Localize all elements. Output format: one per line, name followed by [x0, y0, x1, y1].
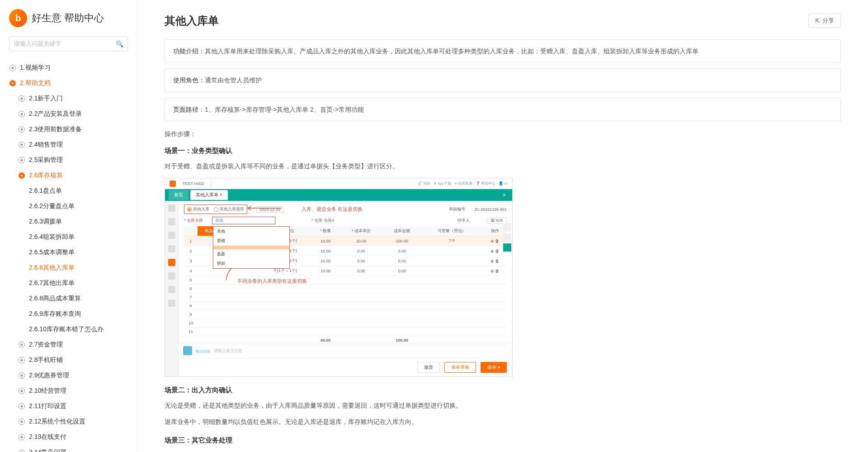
plus-icon: [18, 95, 25, 102]
nav-2-1[interactable]: 2.1新手入门: [9, 91, 128, 106]
plus-icon: [18, 403, 25, 410]
nav-2-4[interactable]: 2.4销售管理: [9, 137, 128, 152]
ss-tabbar: 首页 其他入库单 × ×: [165, 189, 512, 201]
nav-2-6[interactable]: 2.6库存核算: [9, 168, 128, 183]
nav-2-5[interactable]: 2.5采购管理: [9, 152, 128, 168]
scene3-text: 1、赠品入库的商品直接转为销售。通过工具栏【复制/复制为销货单】功能，将单据信息…: [165, 449, 841, 452]
role-box: 使用角色：通常由仓管人员维护: [165, 68, 841, 92]
nav-label: 2.4销售管理: [29, 141, 63, 149]
share-label: 分享: [822, 17, 834, 25]
share-icon: ⇱: [815, 18, 820, 24]
ss-sidenav-icon: [168, 259, 175, 266]
nav-label: 2.6.4组装拆卸单: [29, 233, 75, 241]
ss-tool-icon: [503, 243, 511, 252]
nav-2-6-9[interactable]: 2.6.9库存账本查询: [9, 306, 128, 322]
nav-label: 2.2产品安装及登录: [29, 110, 82, 118]
minus-icon: [9, 80, 16, 87]
scene2-text2: 退库业务中，明细数量均以负值红色展示。无论是入库还是退库，库存账均记在入库方向。: [165, 415, 841, 428]
nav-2-6-10[interactable]: 2.6.10库存账本错了怎么办: [9, 322, 128, 337]
path-label: 页面路径：: [173, 106, 205, 113]
nav-label: 2.6.7其他出库单: [29, 279, 75, 287]
ss-button-bar: 放弃 保存草稿 保存 ▾: [179, 358, 512, 376]
nav-2-3[interactable]: 2.3使用前数据准备: [9, 122, 128, 137]
scene2-title: 场景二：出入方向确认: [165, 386, 841, 395]
share-button[interactable]: ⇱ 分享: [808, 14, 841, 28]
ss-tool-icon: [503, 224, 511, 232]
plus-icon: [18, 433, 25, 441]
ss-footer: 备注信息 请输入备注信息 放弃 保存草稿 保存 ▾: [179, 343, 512, 376]
nav-2-13[interactable]: 2.13在线支付: [9, 429, 128, 445]
ss-annotation-2: 不同业务的入库类型在这里切换: [237, 278, 307, 285]
intro-label: 功能介绍：: [173, 48, 205, 55]
brand-header[interactable]: b 好生意 帮助中心: [9, 9, 128, 27]
plus-icon: [18, 141, 25, 148]
path-box: 页面路径：1、库存核算->库存管理->其他入库单 2、首页->常用功能: [165, 98, 841, 121]
nav-2-6-3[interactable]: 2.6.3调拨单: [9, 214, 128, 229]
ss-docno: JC-20191226-001: [474, 207, 507, 212]
ss-sidenav-icon: [168, 272, 175, 280]
ss-docno-label: 单据编号: [449, 206, 465, 212]
search-input[interactable]: [9, 36, 128, 51]
ss-logo-icon: [170, 181, 176, 187]
brand-title: 好生意 帮助中心: [32, 11, 104, 25]
nav-label: 2.6.2分量盘点单: [29, 202, 75, 210]
plus-icon: [18, 341, 25, 348]
path-text: 1、库存核算->库存管理->其他入库单 2、首页->常用功能: [205, 106, 364, 113]
nav-2-6-2[interactable]: 2.6.2分量盘点单: [9, 199, 128, 214]
plus-icon: [18, 449, 25, 452]
ss-annotation-1: 入库、退货业务 在这里切换: [302, 206, 363, 213]
plus-icon: [18, 157, 25, 164]
nav-2-6-5[interactable]: 2.6.5成本调整单: [9, 245, 128, 260]
nav-label: 2.6.1盘点单: [29, 187, 62, 195]
nav-label: 2.14常见问题: [29, 448, 66, 452]
ss-btn-draft: 保存草稿: [444, 362, 476, 373]
nav-2-6-7[interactable]: 2.6.7其他出库单: [9, 276, 128, 291]
nav-2-12[interactable]: 2.12系统个性化设置: [9, 414, 128, 429]
minus-icon: [18, 172, 25, 179]
nav-label: 2.6.8商品成本重算: [29, 295, 81, 303]
nav-2-10[interactable]: 2.10经营管理: [9, 383, 128, 399]
nav-label: 2.1新手入门: [29, 95, 63, 103]
nav-2-2[interactable]: 2.2产品安装及登录: [9, 106, 128, 122]
nav-2-9[interactable]: 2.9优惠券管理: [9, 368, 128, 383]
ss-memo-label: 备注信息: [196, 349, 210, 354]
page-title: 其他入库单: [165, 14, 219, 28]
nav-label: 2.3使用前数据准备: [29, 125, 82, 133]
ss-sidenav-icon: [168, 245, 175, 252]
nav-video-learning[interactable]: 1.视频学习: [9, 60, 128, 76]
ss-sidenav-icon: [168, 205, 175, 212]
nav-2-6-4[interactable]: 2.6.4组装拆卸单: [9, 229, 128, 245]
ss-biztype-dropdown: 其他 受赠 盘盈 拆卸: [213, 226, 290, 269]
nav-tree: 1.视频学习 2.帮助文档 2.1新手入门 2.2产品安装及登录 2.3使用前数…: [9, 60, 128, 452]
ss-close-icon: ×: [503, 192, 509, 198]
nav-2-7[interactable]: 2.7资金管理: [9, 337, 128, 352]
nav-label: 2.6.6其他入库单: [29, 264, 75, 272]
nav-2-8[interactable]: 2.8手机旺铺: [9, 352, 128, 368]
nav-label: 2.10经营管理: [29, 387, 66, 395]
ss-tab-active: 其他入库单 ×: [190, 190, 228, 200]
ss-type-selector: 其他入库 其他入库退库: [184, 205, 247, 214]
ss-memo-placeholder: 请输入备注信息: [214, 348, 242, 354]
nav-2-6-1[interactable]: 2.6.1盘点单: [9, 183, 128, 199]
nav-label: 2.9优惠券管理: [29, 371, 69, 380]
nav-2-6-8[interactable]: 2.6.8商品成本重算: [9, 291, 128, 306]
role-text: 通常由仓管人员维护: [205, 76, 262, 84]
nav-help-docs[interactable]: 2.帮助文档: [9, 76, 128, 91]
plus-icon: [9, 64, 16, 71]
nav-label: 2.6.5成本调整单: [29, 248, 75, 257]
role-label: 使用角色：: [173, 76, 205, 84]
intro-box: 功能介绍：其他入库单用来处理除采购入库、产成品入库之外的其他入库业务，因此其他入…: [165, 39, 841, 63]
ss-dd-item: 拆卸: [213, 259, 289, 268]
plus-icon: [18, 357, 25, 364]
nav-label: 1.视频学习: [20, 64, 51, 72]
main-content: 其他入库单 ⇱ 分享 功能介绍：其他入库单用来处理除采购入库、产成品入库之外的其…: [137, 0, 868, 452]
ss-tab-home: 首页: [169, 190, 189, 200]
ss-sidenav-icon: [168, 232, 175, 239]
nav-2-6-6[interactable]: 2.6.6其他入库单: [9, 260, 128, 276]
nav-2-14[interactable]: 2.14常见问题: [9, 445, 128, 452]
ss-sidenav-icon: [168, 300, 175, 307]
scene3-title: 场景三：其它业务处理: [165, 436, 841, 445]
nav-2-11[interactable]: 2.11打印设置: [9, 399, 128, 414]
scene1-text: 对于受赠、盘盈或是拆装入库等不同的业务，是通过单据头【业务类型】进行区分。: [165, 160, 841, 172]
nav-label: 2.13在线支付: [29, 433, 66, 441]
